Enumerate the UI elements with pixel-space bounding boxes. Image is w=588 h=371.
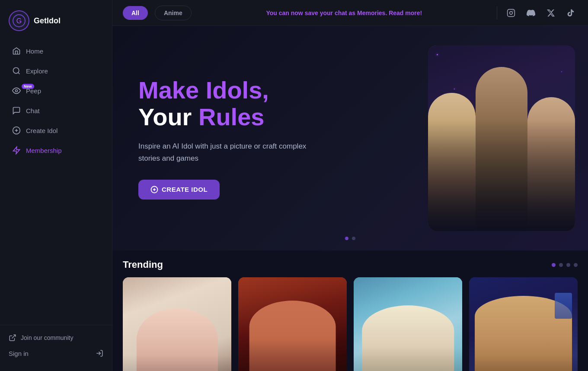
sidebar-item-home[interactable]: Home bbox=[5, 41, 107, 60]
tiktok-icon[interactable] bbox=[564, 6, 578, 20]
trending-card-3[interactable] bbox=[354, 277, 462, 371]
sidebar-item-explore-label: Explore bbox=[26, 67, 48, 75]
carousel-dot-2[interactable] bbox=[352, 237, 355, 240]
hero-description: Inspire an AI Idol with just a picture o… bbox=[138, 140, 320, 164]
create-idol-btn-icon bbox=[150, 186, 158, 193]
hero-title-line2: Your Rules bbox=[138, 104, 562, 130]
create-idol-icon bbox=[12, 126, 21, 135]
svg-marker-7 bbox=[13, 147, 20, 154]
hero-title: Make Idols, Your Rules bbox=[138, 77, 562, 130]
svg-line-8 bbox=[12, 335, 16, 338]
instagram-icon[interactable] bbox=[504, 6, 518, 20]
svg-point-11 bbox=[510, 11, 513, 14]
peep-icon bbox=[12, 86, 21, 95]
sidebar-item-peep[interactable]: Peep New bbox=[5, 81, 107, 100]
sidebar-item-membership[interactable]: Membership bbox=[5, 141, 107, 160]
trending-title: Trending bbox=[123, 259, 163, 270]
filter-anime-button[interactable]: Anime bbox=[155, 6, 192, 20]
logo[interactable]: G GetIdol bbox=[0, 7, 112, 41]
topbar: All Anime You can now save your chat as … bbox=[112, 0, 588, 26]
hero-text: Make Idols, Your Rules Inspire an AI Ido… bbox=[138, 77, 562, 200]
sidebar-item-chat-label: Chat bbox=[26, 107, 40, 114]
trending-nav-dot-4[interactable] bbox=[574, 263, 578, 267]
membership-icon bbox=[12, 146, 21, 155]
discord-icon[interactable] bbox=[524, 6, 538, 20]
logo-text: GetIdol bbox=[34, 16, 61, 25]
filter-all-button[interactable]: All bbox=[123, 6, 148, 20]
svg-rect-10 bbox=[508, 9, 515, 16]
home-icon bbox=[12, 47, 21, 55]
svg-point-2 bbox=[13, 68, 19, 73]
sign-in-icon bbox=[96, 349, 103, 357]
twitter-icon[interactable] bbox=[544, 6, 558, 20]
svg-point-12 bbox=[513, 10, 514, 11]
svg-text:G: G bbox=[16, 17, 22, 25]
trending-section: Trending bbox=[112, 251, 588, 371]
topbar-notice: You can now save your chat as Memories. … bbox=[198, 10, 490, 16]
card-4-image bbox=[469, 277, 578, 371]
trending-header: Trending bbox=[123, 259, 578, 270]
logo-icon: G bbox=[9, 10, 29, 31]
sign-in-label: Sign in bbox=[9, 350, 29, 357]
card-3-image bbox=[354, 277, 462, 371]
trending-nav-dots bbox=[552, 263, 578, 267]
trending-nav-dot-1[interactable] bbox=[552, 263, 556, 267]
trending-card-1[interactable] bbox=[123, 277, 231, 371]
hero-section: Make Idols, Your Rules Inspire an AI Ido… bbox=[112, 26, 588, 251]
sidebar: G GetIdol Home Explore bbox=[0, 0, 112, 371]
create-idol-button[interactable]: CREATE IDOL bbox=[138, 180, 220, 200]
sidebar-item-explore[interactable]: Explore bbox=[5, 61, 107, 80]
trending-card-2[interactable] bbox=[238, 277, 347, 371]
nav-menu: Home Explore Peep New bbox=[0, 41, 112, 325]
notice-link[interactable]: Read more! bbox=[389, 10, 422, 16]
carousel-dot-1[interactable] bbox=[345, 237, 348, 240]
join-community-link[interactable]: Join our community bbox=[9, 330, 103, 345]
external-link-icon bbox=[9, 334, 16, 342]
trending-nav-dot-3[interactable] bbox=[566, 263, 570, 267]
trending-nav-dot-2[interactable] bbox=[559, 263, 563, 267]
sidebar-item-create-idol[interactable]: Create Idol bbox=[5, 121, 107, 140]
hero-title-word1: Your bbox=[138, 103, 198, 130]
trending-cards bbox=[123, 277, 578, 371]
chat-icon bbox=[12, 106, 21, 115]
sidebar-bottom: Join our community Sign in bbox=[0, 325, 112, 364]
join-community-label: Join our community bbox=[21, 334, 73, 341]
topbar-divider bbox=[497, 6, 497, 19]
hero-title-line1: Make Idols, bbox=[138, 77, 562, 104]
explore-icon bbox=[12, 67, 21, 75]
sidebar-item-create-idol-label: Create Idol bbox=[26, 127, 58, 134]
card-2-image bbox=[238, 277, 347, 371]
create-idol-btn-label: CREATE IDOL bbox=[162, 186, 208, 193]
sign-in-button[interactable]: Sign in bbox=[9, 345, 103, 359]
sidebar-item-home-label: Home bbox=[26, 48, 43, 55]
carousel-dots bbox=[345, 230, 355, 244]
social-icons bbox=[504, 6, 578, 20]
svg-point-3 bbox=[16, 90, 18, 92]
main-content: All Anime You can now save your chat as … bbox=[112, 0, 588, 371]
trending-card-4[interactable] bbox=[469, 277, 578, 371]
hero-title-word2: Rules bbox=[198, 103, 265, 130]
sidebar-item-membership-label: Membership bbox=[26, 147, 62, 154]
content-area: Make Idols, Your Rules Inspire an AI Ido… bbox=[112, 26, 588, 371]
card-1-image bbox=[123, 277, 231, 371]
sidebar-item-chat[interactable]: Chat bbox=[5, 101, 107, 120]
new-badge: New bbox=[22, 84, 34, 89]
notice-text: You can now save your chat as Memories. bbox=[266, 10, 387, 16]
